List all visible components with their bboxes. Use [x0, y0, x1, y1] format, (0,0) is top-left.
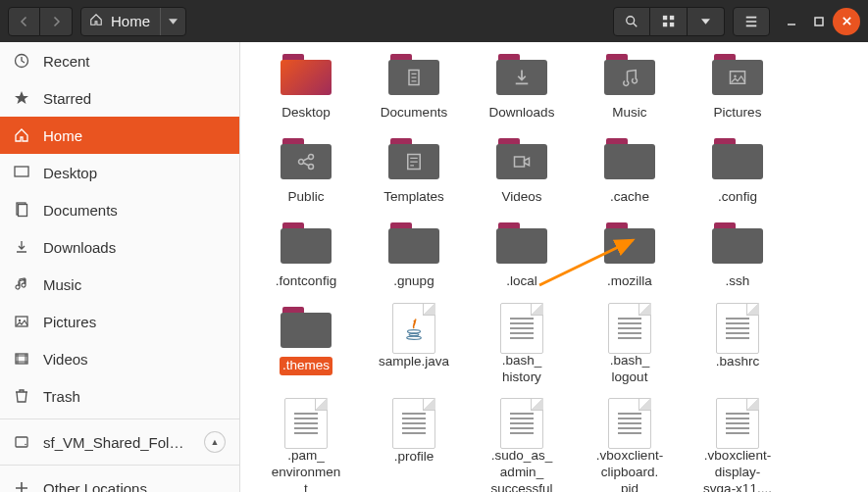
clock-icon: [14, 53, 29, 69]
file-item[interactable]: .ssh: [684, 222, 791, 291]
file-label: .bash_history: [499, 352, 545, 387]
search-icon: [625, 15, 638, 28]
sidebar-item-label: Downloads: [43, 239, 116, 256]
file-label: .gnupg: [390, 272, 436, 291]
file-label: Public: [285, 188, 328, 207]
file-item[interactable]: .profile: [360, 402, 468, 492]
file-item[interactable]: .mozilla: [576, 222, 684, 291]
svg-point-25: [407, 336, 422, 339]
file-label: .fontconfig: [273, 272, 339, 291]
content-area[interactable]: DesktopDocumentsDownloadsMusicPicturesPu…: [240, 42, 868, 492]
back-button[interactable]: [8, 7, 40, 36]
file-item[interactable]: .bash_logout: [576, 307, 684, 387]
file-label: Downloads: [486, 104, 558, 123]
file-item[interactable]: .pam_environment: [252, 402, 360, 492]
hamburger-icon: [744, 15, 758, 28]
svg-point-14: [25, 444, 26, 446]
minimize-icon: [786, 16, 797, 27]
file-item[interactable]: .sudo_as_admin_successful: [468, 402, 576, 492]
folder-icon: [712, 138, 763, 179]
chevron-left-icon: [19, 16, 30, 27]
plus-icon: [14, 480, 29, 492]
svg-point-23: [408, 329, 421, 332]
sidebar-item-recent[interactable]: Recent: [0, 42, 239, 79]
svg-rect-3: [662, 22, 666, 25]
svg-point-20: [309, 164, 314, 169]
file-item[interactable]: .vboxclient-clipboard.pid: [576, 402, 684, 492]
header-right: [613, 7, 868, 36]
sidebar-separator: [0, 418, 239, 419]
text-file-icon: [716, 303, 759, 354]
minimize-button[interactable]: [778, 8, 805, 35]
header-bar: Home: [0, 0, 868, 42]
folder-icon: [388, 222, 439, 264]
home-icon: [14, 127, 29, 143]
folder-icon: [388, 54, 439, 95]
file-item[interactable]: .config: [684, 138, 791, 207]
view-list-button[interactable]: [650, 7, 688, 36]
file-label: sample.java: [376, 353, 452, 371]
sidebar-item-music[interactable]: Music: [0, 266, 239, 303]
sidebar-item-videos[interactable]: Videos: [0, 340, 239, 377]
forward-button[interactable]: [40, 7, 73, 36]
sidebar-item-label: Desktop: [43, 165, 97, 181]
file-label: Pictures: [711, 104, 765, 123]
file-item[interactable]: .themes: [252, 307, 360, 387]
sidebar-item-documents[interactable]: Documents: [0, 191, 239, 228]
svg-point-19: [309, 154, 314, 159]
svg-point-24: [409, 333, 419, 335]
sidebar-other-locations[interactable]: Other Locations: [0, 469, 239, 492]
file-label: .ssh: [723, 272, 753, 291]
file-item[interactable]: .vboxclient-display-svga-x11....: [684, 402, 791, 492]
file-item[interactable]: .gnupg: [360, 222, 468, 291]
file-label: .sudo_as_admin_successful: [487, 447, 555, 492]
folder-icon: [388, 138, 439, 179]
file-item[interactable]: Public: [252, 138, 360, 207]
file-label: Documents: [378, 104, 450, 123]
hamburger-button[interactable]: [733, 7, 770, 36]
text-file-icon: [284, 398, 328, 449]
file-item[interactable]: Pictures: [684, 54, 791, 123]
caret-down-icon: [169, 19, 178, 25]
file-item[interactable]: Templates: [360, 138, 468, 207]
folder-icon: [281, 307, 332, 348]
svg-rect-1: [662, 15, 666, 19]
maximize-button[interactable]: [805, 8, 833, 35]
sidebar-item-pictures[interactable]: Pictures: [0, 303, 239, 340]
file-item[interactable]: Music: [576, 54, 684, 123]
file-item[interactable]: .cache: [576, 138, 684, 207]
sidebar-item-label: Videos: [43, 351, 88, 368]
search-button[interactable]: [613, 7, 650, 36]
path-bar[interactable]: Home: [80, 7, 186, 36]
folder-icon: [281, 138, 332, 179]
path-dropdown[interactable]: [160, 8, 185, 35]
sidebar-mount-sf-vm[interactable]: sf_VM_Shared_Folder▲: [0, 423, 239, 461]
sidebar-item-trash[interactable]: Trash: [0, 377, 239, 415]
eject-button[interactable]: ▲: [204, 431, 226, 453]
text-file-icon: [392, 398, 435, 449]
sidebar-item-desktop[interactable]: Desktop: [0, 154, 239, 191]
file-item[interactable]: Documents: [360, 54, 468, 123]
file-item[interactable]: .local: [468, 222, 576, 291]
sidebar-item-label: Starred: [43, 90, 91, 107]
close-button[interactable]: [833, 8, 860, 35]
view-dropdown-button[interactable]: [688, 7, 725, 36]
file-label: .local: [503, 272, 540, 291]
svg-rect-9: [19, 205, 27, 217]
sidebar-item-home[interactable]: Home: [0, 117, 239, 154]
file-item[interactable]: .fontconfig: [252, 222, 360, 291]
file-item[interactable]: .bash_history: [468, 307, 576, 387]
file-item[interactable]: sample.java: [360, 307, 468, 387]
folder-icon: [281, 222, 332, 264]
sidebar-item-downloads[interactable]: Downloads: [0, 228, 239, 266]
file-item[interactable]: .bashrc: [684, 307, 791, 387]
svg-rect-2: [669, 15, 673, 19]
sidebar-item-label: Trash: [43, 388, 80, 405]
file-item[interactable]: Videos: [468, 138, 576, 207]
file-label: .bash_logout: [607, 352, 653, 387]
svg-rect-22: [515, 157, 525, 167]
file-item[interactable]: Downloads: [468, 54, 576, 123]
sidebar-item-starred[interactable]: Starred: [0, 79, 239, 117]
file-item[interactable]: Desktop: [252, 54, 360, 123]
file-label: .cache: [607, 188, 652, 207]
